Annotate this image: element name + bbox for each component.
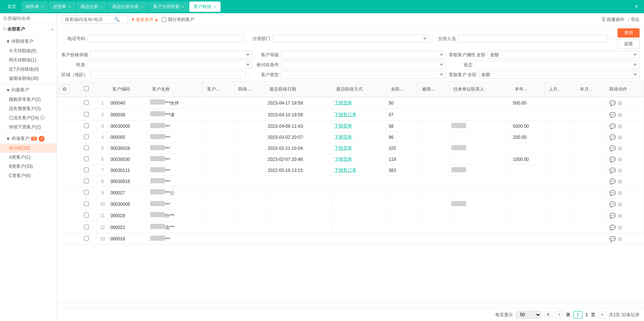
- contact-method-link[interactable]: 下销货单: [334, 123, 352, 128]
- action-message-icon[interactable]: 💬: [609, 112, 616, 118]
- col-un-contact[interactable]: :未联...: [386, 81, 418, 97]
- row-checkbox[interactable]: [84, 190, 89, 195]
- row-checkbox[interactable]: [84, 134, 89, 139]
- action-message-icon[interactable]: 💬: [609, 236, 616, 242]
- sidebar-group-pending[interactable]: ▼ 待联络客户: [0, 36, 57, 46]
- col-last-contact-method[interactable]: :最后联络方式: [332, 81, 386, 97]
- cell-last-contact-method[interactable]: 下销售订单: [332, 109, 386, 121]
- filter-select-status[interactable]: [475, 61, 640, 69]
- contact-method-link[interactable]: 下销售订单: [334, 167, 356, 173]
- sidebar-item-class-a[interactable]: A类客户(1): [0, 153, 57, 162]
- action-grid-icon[interactable]: ⊞: [618, 236, 622, 242]
- col-unit-contact[interactable]: :往来单位联系人: [449, 81, 511, 97]
- filter-input-phone[interactable]: [87, 35, 244, 43]
- action-grid-icon[interactable]: ⊞: [618, 123, 622, 129]
- cell-last-contact-method[interactable]: [332, 222, 386, 233]
- sidebar-all-customers[interactable]: ⠿ 全部客户 «: [0, 24, 57, 35]
- filter-more-conditions[interactable]: ▼ 更多条件 ▲: [131, 17, 159, 23]
- col-customer-type[interactable]: :客户...: [203, 81, 234, 97]
- row-checkbox[interactable]: [84, 123, 89, 128]
- sidebar-item-churn-warning[interactable]: 流失预警客户(3): [0, 104, 57, 113]
- cell-last-contact-method[interactable]: 下销售订单: [332, 165, 386, 176]
- action-grid-icon[interactable]: ⊞: [618, 112, 622, 118]
- export-btn[interactable]: ↓ 导出: [627, 17, 640, 23]
- cell-last-contact-method[interactable]: 下销货单: [332, 121, 386, 132]
- filter-dots-region[interactable]: ···: [246, 72, 252, 77]
- tab-product-analysis-list[interactable]: 商品分析列表 ×: [108, 1, 148, 12]
- contact-method-link[interactable]: 下销售订单: [334, 112, 356, 117]
- filter-input-manager[interactable]: [458, 35, 608, 43]
- cell-last-contact-method[interactable]: 下销货单: [332, 132, 386, 143]
- filter-select-retail-attr[interactable]: 全部: [488, 51, 640, 59]
- tab-customer-contact[interactable]: 客户联络 ×: [189, 1, 220, 12]
- sidebar-item-tomorrow-pending[interactable]: 明天待联络(1): [0, 56, 57, 65]
- sidebar-item-declining[interactable]: 持续下滑客户(2): [0, 123, 57, 132]
- col-settings[interactable]: ⚙: [57, 81, 81, 97]
- sidebar-item-class-c[interactable]: C类客户(6): [0, 171, 57, 180]
- filter-select-retail-customer[interactable]: 全部: [479, 71, 640, 79]
- cell-last-contact-method[interactable]: 下销货单: [332, 97, 386, 109]
- contact-method-link[interactable]: 下销货单: [334, 156, 352, 162]
- col-overdue[interactable]: :逾期...: [418, 81, 449, 97]
- sidebar-value-icon-refresh[interactable]: ↺: [39, 136, 45, 142]
- row-checkbox[interactable]: [84, 201, 89, 206]
- action-message-icon[interactable]: 💬: [609, 167, 616, 173]
- contact-method-link[interactable]: 下销货单: [334, 100, 352, 105]
- col-last-month[interactable]: :上月...: [544, 81, 576, 97]
- action-message-icon[interactable]: 💬: [609, 225, 616, 230]
- sidebar-item-7days-pending[interactable]: 近7天待联络(0): [0, 65, 57, 74]
- tab-purchase[interactable]: 进货单 ×: [49, 1, 75, 12]
- action-grid-icon[interactable]: ⊞: [618, 201, 622, 207]
- row-checkbox[interactable]: [84, 225, 89, 229]
- filter-select-payment[interactable]: [281, 61, 446, 69]
- tab-customer-contact-close[interactable]: ×: [214, 4, 216, 9]
- action-grid-icon[interactable]: ⊞: [618, 179, 622, 184]
- row-checkbox[interactable]: [84, 179, 89, 183]
- horizontal-scrollbar[interactable]: [57, 303, 644, 308]
- settings-icon-btn[interactable]: ⚙: [59, 84, 70, 94]
- tab-sales[interactable]: 销售单 ×: [21, 1, 48, 12]
- sidebar-item-already-churned[interactable]: 已流失客户(24) ⓘ: [0, 113, 57, 123]
- filter-select-customer-type[interactable]: [281, 71, 446, 79]
- action-message-icon[interactable]: 💬: [609, 190, 616, 196]
- pagination-first-btn[interactable]: K: [544, 311, 552, 318]
- action-grid-icon[interactable]: ⊞: [618, 225, 622, 230]
- row-checkbox[interactable]: [84, 100, 89, 105]
- action-grid-icon[interactable]: ⊞: [618, 134, 622, 140]
- filter-select-dept[interactable]: [272, 35, 429, 43]
- action-grid-icon[interactable]: ⊞: [618, 145, 622, 151]
- col-this-year[interactable]: :本年...: [510, 81, 544, 97]
- action-message-icon[interactable]: 💬: [609, 123, 616, 129]
- filter-my-customers-checkbox[interactable]: [162, 17, 166, 22]
- filter-select-nature[interactable]: [87, 61, 252, 69]
- filter-dots-manager[interactable]: ···: [608, 36, 615, 41]
- tab-product-analysis-list-close[interactable]: ×: [141, 4, 143, 9]
- sidebar-item-hoarding-abnormal[interactable]: 囤购异常客户(2): [0, 95, 57, 104]
- action-grid-icon[interactable]: ⊞: [618, 100, 622, 106]
- sidebar-group-problem[interactable]: ▼ 问题客户: [0, 85, 57, 95]
- cell-last-contact-method[interactable]: [332, 210, 386, 222]
- select-all-checkbox[interactable]: [84, 86, 89, 91]
- tab-home[interactable]: 首页: [3, 1, 21, 12]
- reset-button[interactable]: 设置: [617, 39, 640, 49]
- action-grid-icon[interactable]: ⊞: [618, 156, 622, 162]
- action-grid-icon[interactable]: ⊞: [618, 213, 622, 219]
- window-close-button[interactable]: ×: [632, 3, 641, 10]
- sidebar-search-input[interactable]: [3, 16, 57, 21]
- pagination-prev-btn[interactable]: <: [555, 311, 563, 318]
- col-this-month[interactable]: :本月...: [576, 81, 607, 97]
- cell-last-contact-method[interactable]: [332, 233, 386, 244]
- filter-select-price-level[interactable]: [90, 51, 252, 59]
- action-grid-icon[interactable]: ⊞: [618, 190, 622, 196]
- action-message-icon[interactable]: 💬: [609, 179, 616, 184]
- row-checkbox[interactable]: [84, 156, 89, 161]
- row-checkbox[interactable]: [84, 213, 89, 218]
- row-checkbox[interactable]: [84, 112, 89, 117]
- batch-operations-btn[interactable]: ☰ 批量操作: [602, 17, 624, 23]
- action-message-icon[interactable]: 💬: [609, 100, 616, 106]
- pagination-per-page-select[interactable]: 20 50 100: [516, 311, 541, 319]
- cell-last-contact-method[interactable]: 下销货单: [332, 143, 386, 154]
- cell-last-contact-method[interactable]: 下销货单: [332, 154, 386, 165]
- pagination-next-btn[interactable]: >: [598, 311, 606, 318]
- col-last-contact-date[interactable]: :最后联络日期: [265, 81, 332, 97]
